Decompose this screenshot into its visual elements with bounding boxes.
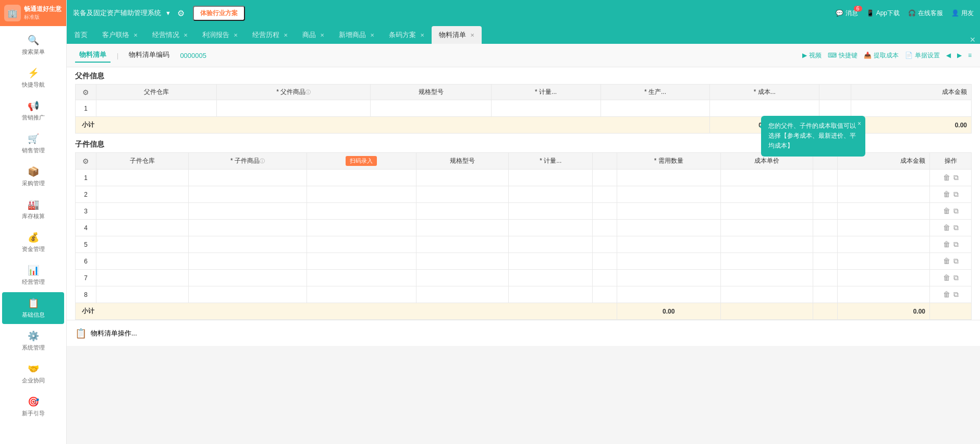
delete-icon-2[interactable]: 🗑 [943, 190, 950, 199]
copy-icon-2[interactable]: ⧉ [953, 190, 959, 199]
child-row-4-spec[interactable] [416, 220, 508, 236]
copy-icon-7[interactable]: ⧉ [953, 273, 959, 282]
child-row-4-unit[interactable] [509, 220, 593, 236]
child-row-4-product[interactable] [189, 220, 307, 236]
delete-icon-3[interactable]: 🗑 [943, 207, 950, 215]
child-row-1-unit-cost[interactable] [720, 170, 813, 186]
child-row-1-qty[interactable] [617, 170, 720, 186]
child-row-1-warehouse[interactable] [96, 170, 189, 186]
tab-new-goods[interactable]: 新增商品 ✕ [332, 26, 382, 44]
nav-prev[interactable]: ◀ [946, 52, 951, 59]
tab-goods[interactable]: 商品 ✕ [295, 26, 332, 44]
child-row-3-unit-cost[interactable] [720, 203, 813, 220]
parent-row-1-product[interactable] [217, 100, 371, 117]
child-gear-icon[interactable]: ⚙ [82, 157, 89, 165]
sidebar-item-basic[interactable]: 📋 基础信息 [2, 292, 64, 324]
tab-bom-close[interactable]: ✕ [470, 32, 474, 38]
child-row-6-qty[interactable] [617, 253, 720, 270]
online-service-button[interactable]: 🎧 在线客服 [908, 9, 943, 18]
child-row-7-warehouse[interactable] [96, 270, 189, 286]
parent-row-1-produce[interactable] [601, 100, 710, 117]
child-row-2-unit[interactable] [509, 186, 593, 203]
single-settings-button[interactable]: 📄 单据设置 [905, 51, 940, 60]
tab-bom[interactable]: 物料清单 ✕ [432, 26, 482, 44]
child-row-5-product[interactable] [189, 236, 307, 253]
sidebar-item-operation[interactable]: 📊 经营管理 [2, 259, 64, 291]
child-row-1-spec[interactable] [416, 170, 508, 186]
copy-icon-6[interactable]: ⧉ [953, 257, 959, 266]
tab-new-goods-close[interactable]: ✕ [370, 32, 374, 38]
extract-cost-button[interactable]: 📥 提取成本 [864, 51, 899, 60]
sidebar-item-inventory[interactable]: 🏭 库存核算 [2, 194, 64, 225]
nav-next[interactable]: ▶ [957, 52, 962, 59]
child-row-6-product[interactable] [189, 253, 307, 270]
tab-history-close[interactable]: ✕ [284, 32, 288, 38]
page-tab-code-label[interactable]: 物料清单编码 [125, 48, 174, 63]
child-row-2-qty[interactable] [617, 186, 720, 203]
child-row-2-unit-cost[interactable] [720, 186, 813, 203]
app-download-button[interactable]: 📱 App下载 [866, 9, 900, 18]
shortcut-button[interactable]: ⌨ 快捷键 [828, 51, 858, 60]
tab-history[interactable]: 经营历程 ✕ [245, 26, 295, 44]
gear-icon[interactable]: ⚙ [82, 88, 89, 97]
tab-home[interactable]: 首页 [67, 26, 95, 44]
child-row-1-unit[interactable] [509, 170, 593, 186]
child-row-2-product[interactable] [189, 186, 307, 203]
child-row-6-unit-cost[interactable] [720, 253, 813, 270]
child-row-3-unit[interactable] [509, 203, 593, 220]
child-row-7-unit[interactable] [509, 270, 593, 286]
parent-row-1-unit[interactable] [491, 100, 601, 117]
page-tab-bom[interactable]: 物料清单 [75, 48, 111, 63]
delete-icon-6[interactable]: 🗑 [943, 257, 950, 266]
tab-goods-close[interactable]: ✕ [320, 32, 324, 38]
child-row-5-warehouse[interactable] [96, 236, 189, 253]
scan-button[interactable]: 扫码录入 [346, 156, 377, 166]
parent-row-1-spec[interactable] [371, 100, 491, 117]
sidebar-item-system[interactable]: ⚙️ 系统管理 [2, 325, 64, 357]
video-button[interactable]: ▶ 视频 [802, 51, 822, 60]
child-row-4-qty[interactable] [617, 220, 720, 236]
tab-operation[interactable]: 经营情况 ✕ [145, 26, 195, 44]
delete-icon-4[interactable]: 🗑 [943, 223, 950, 232]
sidebar-item-guide[interactable]: 🎯 新手引导 [2, 391, 64, 423]
tab-customer[interactable]: 客户联络 ✕ [95, 26, 145, 44]
child-row-3-warehouse[interactable] [96, 203, 189, 220]
delete-icon-5[interactable]: 🗑 [943, 240, 950, 249]
trial-button[interactable]: 体验行业方案 [193, 6, 245, 21]
child-row-8-unit[interactable] [509, 286, 593, 303]
settings-icon[interactable]: ⚙ [177, 8, 185, 18]
copy-icon-1[interactable]: ⧉ [953, 173, 959, 182]
child-row-8-unit-cost[interactable] [720, 286, 813, 303]
child-row-8-product[interactable] [189, 286, 307, 303]
child-row-6-warehouse[interactable] [96, 253, 189, 270]
child-row-5-qty[interactable] [617, 236, 720, 253]
delete-icon-8[interactable]: 🗑 [943, 290, 950, 299]
tab-profit[interactable]: 利润报告 ✕ [195, 26, 245, 44]
sidebar-item-search[interactable]: 🔍 搜索菜单 [2, 29, 64, 61]
child-row-7-qty[interactable] [617, 270, 720, 286]
tab-barcode-close[interactable]: ✕ [420, 32, 424, 38]
tab-operation-close[interactable]: ✕ [183, 32, 188, 38]
sidebar-item-quicknav[interactable]: ⚡ 快捷导航 [2, 62, 64, 94]
parent-row-1-warehouse[interactable] [96, 100, 217, 117]
user-button[interactable]: 👤 用友 [951, 9, 974, 18]
child-row-3-product[interactable] [189, 203, 307, 220]
child-row-7-unit-cost[interactable] [720, 270, 813, 286]
child-row-2-spec[interactable] [416, 186, 508, 203]
sidebar-item-marketing[interactable]: 📢 营销推广 [2, 95, 64, 127]
child-row-8-warehouse[interactable] [96, 286, 189, 303]
child-row-3-spec[interactable] [416, 203, 508, 220]
child-row-2-warehouse[interactable] [96, 186, 189, 203]
delete-icon-7[interactable]: 🗑 [943, 273, 950, 282]
copy-icon-5[interactable]: ⧉ [953, 240, 959, 249]
child-row-5-spec[interactable] [416, 236, 508, 253]
sidebar-item-finance[interactable]: 💰 资金管理 [2, 226, 64, 258]
sidebar-item-purchase[interactable]: 📦 采购管理 [2, 161, 64, 193]
child-row-1-product[interactable] [189, 170, 307, 186]
copy-icon-4[interactable]: ⧉ [953, 223, 959, 232]
copy-icon-3[interactable]: ⧉ [953, 207, 959, 215]
child-row-8-qty[interactable] [617, 286, 720, 303]
copy-icon-8[interactable]: ⧉ [953, 290, 959, 299]
message-button[interactable]: 💬 消息 6 [836, 9, 858, 18]
child-row-7-spec[interactable] [416, 270, 508, 286]
